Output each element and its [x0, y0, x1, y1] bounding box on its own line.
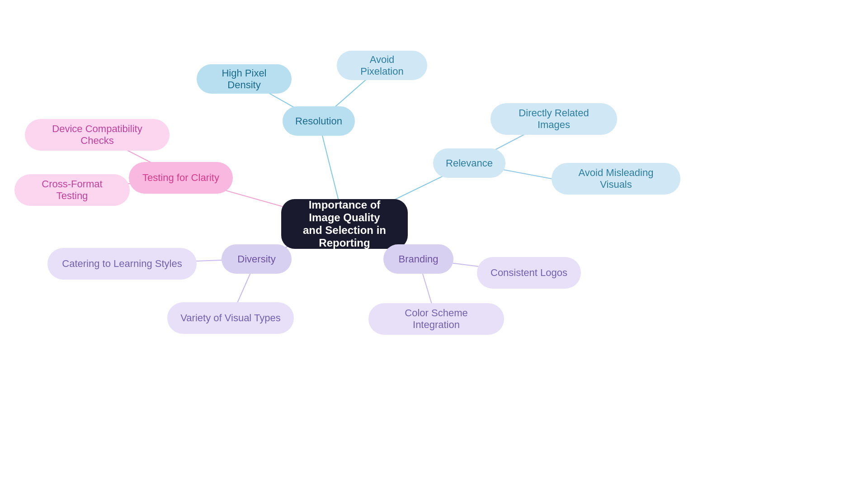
- device-compat-node: Device Compatibility Checks: [25, 119, 170, 151]
- testing-label: Testing for Clarity: [142, 172, 219, 184]
- cross-format-node: Cross-Format Testing: [14, 174, 130, 206]
- avoid-pixelation-node: Avoid Pixelation: [337, 51, 427, 80]
- relevance-node: Relevance: [433, 148, 505, 178]
- resolution-label: Resolution: [295, 115, 342, 127]
- branding-node: Branding: [383, 244, 453, 274]
- color-scheme-label: Color Scheme Integration: [381, 307, 491, 331]
- diversity-label: Diversity: [237, 253, 275, 265]
- high-pixel-node: High Pixel Density: [197, 64, 292, 94]
- avoid-pixelation-label: Avoid Pixelation: [349, 54, 415, 77]
- center-label: Importance of Image Quality and Selectio…: [294, 199, 395, 249]
- center-node: Importance of Image Quality and Selectio…: [281, 199, 408, 249]
- diversity-node: Diversity: [222, 244, 292, 274]
- consistent-logos-label: Consistent Logos: [491, 267, 567, 279]
- directly-related-label: Directly Related Images: [503, 107, 604, 131]
- resolution-node: Resolution: [283, 106, 355, 136]
- consistent-logos-node: Consistent Logos: [477, 257, 581, 289]
- directly-related-node: Directly Related Images: [491, 103, 617, 135]
- avoid-misleading-label: Avoid Misleading Visuals: [564, 167, 668, 190]
- branding-label: Branding: [398, 253, 438, 265]
- testing-node: Testing for Clarity: [129, 162, 233, 194]
- variety-label: Variety of Visual Types: [180, 312, 280, 324]
- variety-node: Variety of Visual Types: [167, 302, 294, 334]
- catering-node: Catering to Learning Styles: [47, 248, 197, 280]
- cross-format-label: Cross-Format Testing: [27, 178, 117, 202]
- high-pixel-label: High Pixel Density: [209, 67, 279, 91]
- device-compat-label: Device Compatibility Checks: [38, 123, 157, 147]
- catering-label: Catering to Learning Styles: [62, 258, 182, 270]
- avoid-misleading-node: Avoid Misleading Visuals: [552, 163, 680, 195]
- relevance-label: Relevance: [446, 157, 493, 169]
- color-scheme-node: Color Scheme Integration: [368, 303, 504, 335]
